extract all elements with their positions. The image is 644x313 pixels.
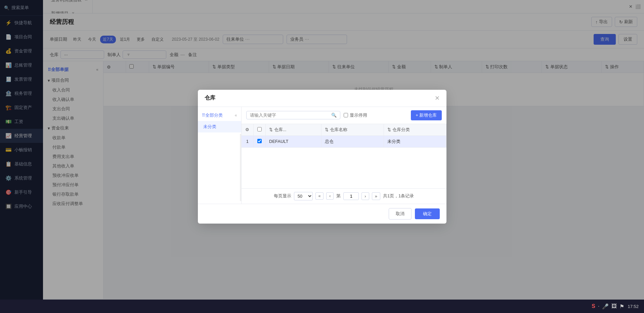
modal-table-wrap: ⚙ ⇅ 仓库... ⇅ 仓库名称: [242, 124, 446, 188]
modal-table: ⚙ ⇅ 仓库... ⇅ 仓库名称: [242, 124, 446, 148]
modal-search-box[interactable]: 🔍: [246, 111, 340, 119]
search-icon: 🔍: [331, 113, 337, 118]
warehouse-modal: 仓库 ✕ ⠿ 全部分类 « 未分类: [198, 90, 446, 224]
modal-sidebar-collapse[interactable]: «: [235, 113, 237, 118]
modal-col-code[interactable]: ⇅ 仓库...: [266, 124, 321, 136]
cancel-button[interactable]: 取消: [389, 208, 412, 220]
modal-sidebar-uncategorized[interactable]: 未分类: [198, 121, 241, 132]
modal-main: 🔍 显示停用 + 新增仓库 ⚙: [242, 107, 446, 204]
add-warehouse-button[interactable]: + 新增仓库: [411, 110, 441, 120]
modal-sidebar: ⠿ 全部分类 « 未分类: [198, 107, 242, 204]
modal-title: 仓库: [205, 94, 215, 102]
taskbar-icon-dot: ·: [598, 303, 599, 309]
show-disabled-input[interactable]: [344, 113, 348, 117]
row-name: 总仓: [321, 135, 384, 147]
modal-header: 仓库 ✕: [198, 90, 446, 107]
modal-search-input[interactable]: [250, 113, 329, 118]
modal-toolbar: 🔍 显示停用 + 新增仓库: [242, 107, 446, 124]
row-category: 未分类: [384, 135, 446, 147]
modal-col-category[interactable]: ⇅ 仓库分类: [384, 124, 446, 136]
next-icon[interactable]: ›: [361, 192, 369, 200]
taskbar-icon-flag: ⚑: [619, 303, 624, 310]
modal-page-input[interactable]: [343, 192, 359, 200]
taskbar: S · 🎤 🖼 ⚑ 17:52: [0, 300, 644, 313]
modal-pagination: 每页显示 501020100 « ‹ 第 › » 共1页，1条记录: [242, 188, 446, 204]
taskbar-icon-img: 🖼: [611, 303, 617, 309]
modal-col-check: [254, 124, 266, 136]
modal-body: ⠿ 全部分类 « 未分类 🔍: [198, 107, 446, 204]
taskbar-icon-s: S: [592, 303, 595, 309]
modal-overlay[interactable]: 仓库 ✕ ⠿ 全部分类 « 未分类: [0, 0, 644, 313]
modal-col-settings[interactable]: ⚙: [242, 124, 254, 136]
row-code: DEFAULT: [266, 135, 321, 147]
modal-per-page-select[interactable]: 501020100: [294, 192, 313, 200]
modal-sidebar-all[interactable]: ⠿ 全部分类 «: [198, 110, 241, 121]
taskbar-icons: S · 🎤 🖼 ⚑: [592, 303, 624, 310]
last-icon[interactable]: »: [372, 192, 380, 200]
grid-icon: ⠿: [202, 113, 205, 118]
modal-close-button[interactable]: ✕: [435, 94, 440, 102]
row-checkbox[interactable]: [257, 139, 262, 143]
show-disabled-checkbox[interactable]: 显示停用: [344, 112, 367, 118]
taskbar-icon-mic: 🎤: [602, 303, 609, 310]
modal-prev-page-btn[interactable]: ‹: [326, 192, 334, 200]
modal-col-name[interactable]: ⇅ 仓库名称: [321, 124, 384, 136]
confirm-button[interactable]: 确定: [415, 208, 440, 219]
modal-first-page-btn[interactable]: «: [315, 192, 324, 200]
modal-footer: 取消 确定: [198, 204, 446, 224]
modal-table-row[interactable]: 1 DEFAULT 总仓 未分类: [242, 135, 446, 147]
select-all-checkbox[interactable]: [257, 127, 262, 131]
taskbar-time: 17:52: [628, 304, 639, 309]
